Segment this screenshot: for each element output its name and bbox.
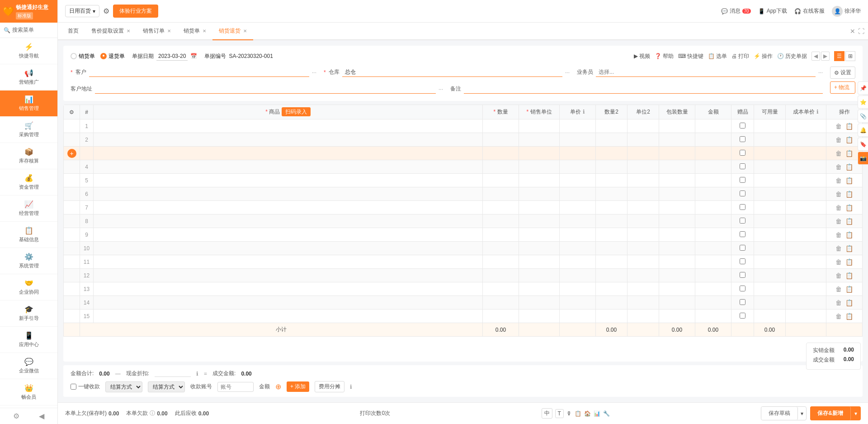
current-debt-info[interactable]: ⓘ xyxy=(150,410,155,417)
discount-input[interactable] xyxy=(155,370,191,377)
sidebar-item-enterprise[interactable]: 🤝 企业协同 xyxy=(0,274,57,300)
add-payment-icon[interactable]: ⊕ xyxy=(275,382,281,391)
cell-qty-2[interactable] xyxy=(483,133,519,147)
prev-record-btn[interactable]: ◀ xyxy=(811,52,820,61)
del-12[interactable]: 🗑 xyxy=(835,271,843,280)
sidebar-item-sales[interactable]: 📊 销售管理 xyxy=(0,91,57,117)
next-record-btn[interactable]: ▶ xyxy=(821,52,830,61)
cpy-10[interactable]: 📋 xyxy=(844,244,854,253)
select-button[interactable]: 📋 选单 xyxy=(708,52,727,60)
calc-method-select[interactable]: 结算方式 xyxy=(148,381,185,392)
right-float-screenshot[interactable]: 📸 xyxy=(858,152,868,165)
print-button[interactable]: 🖨 打印 xyxy=(731,52,749,60)
cell-gift-2[interactable] xyxy=(731,133,754,147)
tab-price-setting[interactable]: 售价提取设置 ✕ xyxy=(85,23,137,40)
copy-row-2-btn[interactable]: 📋 xyxy=(844,135,854,144)
right-float-pin[interactable]: 📌 xyxy=(858,81,868,95)
history-button[interactable]: 🕐 历史单据 xyxy=(777,52,807,60)
maximize-tab-icon[interactable]: ⛶ xyxy=(858,28,864,35)
cell-qty2-1[interactable] xyxy=(596,119,627,133)
account-input[interactable] xyxy=(217,382,254,392)
list-view-btn[interactable]: ☰ xyxy=(834,51,844,61)
scan-btn[interactable]: 扫码录入 xyxy=(282,107,311,116)
right-float-star[interactable]: ⭐ xyxy=(858,95,868,109)
salesperson-select-btn[interactable]: ··· xyxy=(818,69,823,76)
sidebar-item-guide[interactable]: 🎓 新手引导 xyxy=(0,300,57,327)
cell-qty2-2[interactable] xyxy=(596,133,627,147)
tab-sales-delivery[interactable]: 销货单 ✕ xyxy=(177,23,212,40)
sidebar-item-purchase[interactable]: 🛒 采购管理 xyxy=(0,117,57,143)
delete-row-3-btn[interactable]: 🗑 xyxy=(835,149,843,158)
sidebar-item-operations[interactable]: 📈 经营管理 xyxy=(0,195,57,222)
cpy-12[interactable]: 📋 xyxy=(844,271,854,280)
del-6[interactable]: 🗑 xyxy=(835,190,843,199)
help-button[interactable]: ❓ 帮助 xyxy=(655,52,674,60)
cell-unit2-3[interactable] xyxy=(627,147,659,160)
search-menu[interactable]: 🔍 搜索菜单 xyxy=(0,23,57,38)
right-float-bookmark[interactable]: 🔖 xyxy=(858,138,868,151)
cell-unit-1[interactable] xyxy=(519,119,560,133)
unit-price-info-icon[interactable]: ℹ xyxy=(583,109,585,115)
tab-sales-delivery-close[interactable]: ✕ xyxy=(203,29,206,33)
tab-sales-order-close[interactable]: ✕ xyxy=(167,29,171,33)
tool-cn-icon[interactable]: 中 xyxy=(542,408,552,419)
industry-selector[interactable]: 日用百货 ▾ xyxy=(65,5,99,17)
cell-price-3[interactable] xyxy=(560,147,596,160)
customer-input[interactable] xyxy=(89,67,309,77)
customer-select-btn[interactable]: ··· xyxy=(312,69,316,76)
cell-qty2-3[interactable] xyxy=(596,147,627,160)
fee-info-icon[interactable]: ℹ xyxy=(350,384,352,390)
save-draft-dropdown-btn[interactable]: ▾ xyxy=(798,407,806,420)
calendar-icon[interactable]: 📅 xyxy=(190,53,197,59)
radio-sales-delivery[interactable]: 销货单 xyxy=(71,52,95,60)
sidebar-item-inventory[interactable]: 📦 库存核算 xyxy=(0,143,57,169)
settings-gear-icon[interactable]: ⚙ xyxy=(103,7,109,15)
copy-row-3-btn[interactable]: 📋 xyxy=(844,149,854,158)
cell-amount-1[interactable] xyxy=(695,119,731,133)
fee-split-button[interactable]: 费用分摊 xyxy=(315,381,344,392)
trial-plan-button[interactable]: 体验行业方案 xyxy=(113,5,158,18)
del-13[interactable]: 🗑 xyxy=(835,285,843,294)
message-button[interactable]: 💬 消息 70 xyxy=(721,7,751,15)
one-click-pay-checkbox[interactable]: 一键收款 xyxy=(71,383,100,391)
tool-settings-icon[interactable]: 🔧 xyxy=(603,410,610,417)
cpy-15[interactable]: 📋 xyxy=(844,312,854,321)
delete-row-1-btn[interactable]: 🗑 xyxy=(835,122,843,131)
sidebar-settings-btn[interactable]: ⚙ xyxy=(13,412,19,420)
add-payment-button[interactable]: + 添加 xyxy=(287,381,309,392)
cell-qty-3[interactable] xyxy=(483,147,519,160)
del-5[interactable]: 🗑 xyxy=(835,176,843,185)
settle-method-select[interactable]: 结算方式 xyxy=(105,381,142,392)
save-draft-button[interactable]: 保存草稿 xyxy=(761,407,798,420)
sidebar-item-basic-info[interactable]: 📋 基础信息 xyxy=(0,222,57,248)
shortcut-button[interactable]: ⌨ 快捷键 xyxy=(678,52,703,60)
sidebar-item-enterprise-wechat[interactable]: 💬 企业微信 xyxy=(0,353,57,379)
del-8[interactable]: 🗑 xyxy=(835,217,843,226)
right-float-bell[interactable]: 🔔 xyxy=(858,124,868,137)
cell-unit2-1[interactable] xyxy=(627,119,659,133)
one-click-pay-cb[interactable] xyxy=(71,384,76,390)
cell-packqty-2[interactable] xyxy=(659,133,695,147)
right-float-attach[interactable]: 📎 xyxy=(858,110,868,123)
cell-costprice-2[interactable] xyxy=(786,133,826,147)
cpy-6[interactable]: 📋 xyxy=(844,190,854,199)
del-9[interactable]: 🗑 xyxy=(835,230,843,239)
tool-mic-icon[interactable]: 🎙 xyxy=(566,410,572,417)
cell-product-2[interactable] xyxy=(94,133,483,147)
logistics-button[interactable]: + 物流 xyxy=(830,81,855,94)
save-new-dropdown-btn[interactable]: ▾ xyxy=(851,406,861,420)
operations-button[interactable]: ⚡ 操作 xyxy=(754,52,773,60)
customer-address-input[interactable] xyxy=(95,84,436,94)
user-profile-button[interactable]: 👤 徐泽华 xyxy=(832,6,861,17)
video-help-button[interactable]: ▶ 视频 xyxy=(634,52,650,60)
tool-text-icon[interactable]: T xyxy=(555,409,564,418)
salesperson-input[interactable] xyxy=(596,67,816,77)
doc-date-value[interactable]: 2023-03-20 xyxy=(156,52,188,61)
cell-available-3[interactable] xyxy=(754,147,786,160)
sidebar-item-finance[interactable]: 💰 资金管理 xyxy=(0,169,57,195)
cpy-14[interactable]: 📋 xyxy=(844,298,854,307)
tab-sales-return[interactable]: 销货退货 ✕ xyxy=(212,23,253,40)
cell-unit-2[interactable] xyxy=(519,133,560,147)
product-input-3[interactable] xyxy=(96,150,480,157)
cell-product-3[interactable] xyxy=(94,147,483,160)
